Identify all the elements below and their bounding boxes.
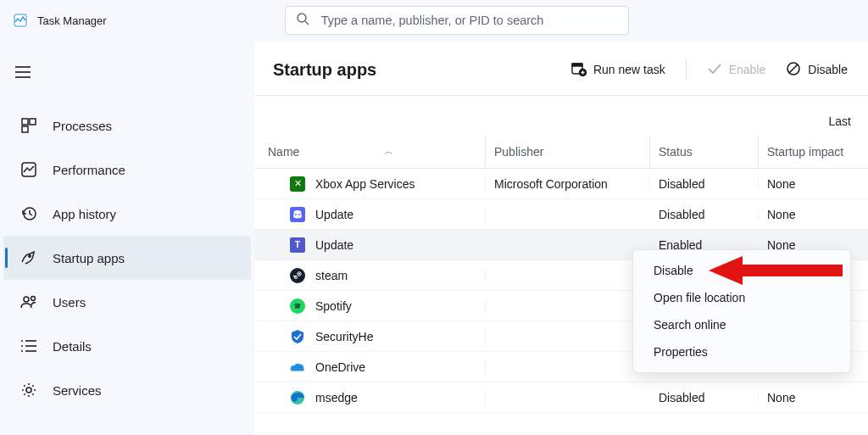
check-icon	[707, 63, 722, 77]
button-label: Enable	[729, 63, 766, 76]
svg-rect-8	[22, 126, 28, 132]
svg-line-27	[789, 64, 798, 73]
cell-impact: None	[759, 208, 868, 221]
button-label: Run new task	[593, 63, 665, 76]
spotify-icon	[290, 298, 305, 314]
sidebar-item-label: Processes	[53, 119, 112, 133]
context-menu-disable[interactable]: Disable	[633, 257, 850, 284]
users-icon	[20, 294, 37, 310]
table-row[interactable]: ✕Xbox App ServicesMicrosoft CorporationD…	[254, 169, 868, 199]
sidebar-item-performance[interactable]: Performance	[3, 148, 251, 192]
cell-impact: None	[759, 177, 868, 191]
sidebar-item-users[interactable]: Users	[3, 280, 251, 324]
column-label: Publisher	[494, 145, 543, 159]
app-icon	[12, 12, 29, 29]
sidebar-item-label: Details	[53, 339, 92, 354]
column-label: Startup impact	[767, 145, 843, 159]
button-label: Disable	[808, 63, 848, 76]
enable-button: Enable	[707, 63, 766, 77]
history-icon	[20, 206, 37, 221]
toolbar: Run new task Enable Disable	[571, 59, 848, 80]
cell-name: Spotify	[315, 299, 352, 313]
sidebar-item-label: Startup apps	[53, 251, 125, 265]
sidebar-item-services[interactable]: Services	[3, 368, 251, 412]
startup-icon	[20, 250, 37, 265]
sort-caret-icon: ︿	[384, 145, 393, 158]
xbox-icon: ✕	[290, 176, 305, 192]
column-header-publisher[interactable]: Publisher	[486, 135, 650, 168]
details-icon	[20, 339, 37, 353]
cell-name: Xbox App Services	[315, 177, 415, 191]
svg-line-2	[305, 21, 309, 25]
cell-impact: None	[759, 391, 868, 404]
hamburger-button[interactable]	[0, 61, 254, 103]
search-icon	[296, 12, 309, 29]
table-row[interactable]: msedgeDisabledNone	[254, 382, 868, 413]
column-header-name[interactable]: Name ︿	[254, 135, 486, 168]
cell-name: Update	[315, 208, 353, 221]
sidebar-item-label: Performance	[53, 163, 125, 177]
performance-icon	[20, 162, 37, 177]
table-row[interactable]: UpdateDisabledNone	[254, 199, 868, 230]
cell-name: msedge	[315, 391, 358, 404]
grid-icon	[20, 118, 37, 133]
sidebar-item-app-history[interactable]: App history	[3, 192, 251, 236]
toolbar-divider	[686, 59, 687, 80]
last-label: Last	[254, 96, 868, 135]
svg-point-29	[298, 214, 300, 215]
svg-point-12	[24, 297, 29, 302]
sidebar-item-label: Users	[53, 295, 86, 310]
svg-point-31	[298, 273, 300, 275]
gear-icon	[20, 382, 37, 398]
cell-publisher: Microsoft Corporation	[486, 177, 650, 191]
cell-name: OneDrive	[315, 360, 365, 374]
context-menu-search-online[interactable]: Search online	[633, 311, 850, 338]
sidebar-item-processes[interactable]: Processes	[3, 103, 251, 148]
disable-button[interactable]: Disable	[786, 61, 848, 79]
teams-icon: T	[290, 237, 305, 253]
onedrive-icon	[290, 360, 305, 375]
sidebar-item-details[interactable]: Details	[3, 324, 251, 368]
content-header: Startup apps Run new task Enable Disable	[254, 41, 868, 96]
cell-name: Update	[315, 238, 353, 252]
cell-name: steam	[315, 269, 348, 282]
app-title: Task Manager	[37, 14, 107, 27]
svg-point-11	[29, 255, 31, 257]
svg-point-1	[298, 14, 306, 22]
sidebar-item-startup-apps[interactable]: Startup apps	[3, 236, 251, 280]
search-box[interactable]	[285, 6, 629, 35]
column-label: Name	[268, 145, 299, 159]
run-task-icon	[571, 61, 587, 79]
context-menu-open-file-location[interactable]: Open file location	[633, 284, 850, 311]
title-bar: Task Manager	[0, 0, 868, 41]
column-label: Status	[659, 145, 693, 159]
svg-point-28	[295, 214, 297, 215]
cell-name: SecurityHe	[315, 330, 373, 343]
discord-icon	[290, 207, 305, 222]
shield-icon	[290, 329, 305, 344]
table-header: Name ︿ Publisher Status Startup impact	[254, 135, 868, 169]
svg-rect-6	[22, 119, 28, 125]
context-menu-properties[interactable]: Properties	[633, 338, 850, 365]
cell-status: Disabled	[650, 177, 759, 191]
sidebar: Processes Performance App history Startu…	[0, 41, 254, 435]
sidebar-item-label: Services	[53, 383, 102, 398]
column-header-impact[interactable]: Startup impact	[759, 135, 868, 168]
svg-rect-7	[30, 119, 36, 125]
sidebar-item-label: App history	[53, 207, 116, 221]
edge-icon	[290, 390, 305, 405]
svg-point-13	[31, 297, 36, 301]
svg-rect-22	[572, 64, 582, 66]
disable-icon	[786, 61, 801, 79]
run-new-task-button[interactable]: Run new task	[571, 61, 665, 79]
svg-point-20	[26, 388, 31, 393]
column-header-status[interactable]: Status	[650, 135, 759, 168]
content-pane: Startup apps Run new task Enable Disable…	[254, 41, 868, 435]
context-menu: Disable Open file location Search online…	[632, 249, 851, 373]
search-input[interactable]	[321, 14, 618, 27]
steam-icon	[290, 268, 305, 283]
cell-status: Disabled	[650, 208, 759, 221]
page-title: Startup apps	[273, 60, 376, 80]
cell-status: Disabled	[650, 391, 759, 404]
